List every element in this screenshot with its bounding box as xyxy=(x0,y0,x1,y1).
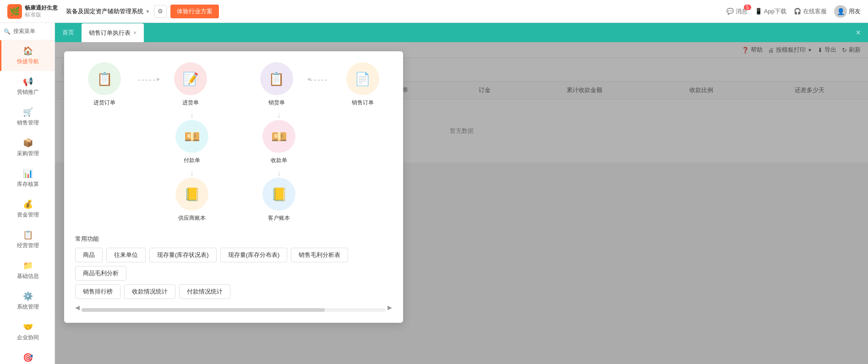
topbar-right: 💬 消息 5 📱 App下载 🎧 在线客服 👤 用友 xyxy=(726,5,861,18)
operations-icon: 📋 xyxy=(23,230,33,240)
page-content: ❓ 帮助 🖨 按模板打印 ▼ ⬇ 导出 ↻ 刷新 xyxy=(55,42,868,364)
flow-diagram: 📋 进货订单 xyxy=(75,62,392,226)
supplier-ledger-icon: 📒 xyxy=(175,178,208,211)
flow-row-arrows: ↓ ↓ xyxy=(75,110,392,120)
down-arrow-sales: ↓ xyxy=(277,110,281,120)
messages-button[interactable]: 💬 消息 5 xyxy=(726,7,748,16)
marketing-icon: 📢 xyxy=(23,76,33,87)
purchase-order-icon: 📋 xyxy=(88,62,121,95)
download-icon: 📱 xyxy=(755,8,762,15)
flow-item-receipt[interactable]: 💴 收款单 xyxy=(249,120,309,164)
message-badge: 5 xyxy=(744,5,751,10)
topbar-left: 🌿 畅康通好生意 标准版 装备及固定资产辅助管理系统 ▼ ⚙ 体验行业方案 xyxy=(7,4,219,19)
window-close-button[interactable]: × xyxy=(854,26,863,39)
topbar: 🌿 畅康通好生意 标准版 装备及固定资产辅助管理系统 ▼ ⚙ 体验行业方案 💬 … xyxy=(0,0,868,23)
sidebar-item-marketing[interactable]: 📢 营销推广 xyxy=(0,71,55,102)
enterprise-icon: 🤝 xyxy=(23,322,33,332)
flow-row-3: 📒 供应商账本 📒 客户账本 xyxy=(75,178,392,222)
flow-item-supplier-ledger[interactable]: 📒 供应商账本 xyxy=(162,178,222,222)
sales-bill-icon: 📋 xyxy=(260,62,293,95)
sidebar-item-finance[interactable]: 💰 资金管理 xyxy=(0,194,55,224)
modal-overlay: 📋 进货订单 xyxy=(55,42,868,364)
purchase-bill-icon: 📝 xyxy=(174,62,207,95)
func-btn-sales-rank[interactable]: 销售排行榜 xyxy=(75,284,120,299)
down-arrow-payment: ↓ xyxy=(190,168,194,178)
func-btn-product-profit[interactable]: 商品毛利分析 xyxy=(75,266,126,281)
sidebar: 🔍 搜索菜单 🏠 快捷导航 📢 营销推广 🛒 销售管理 📦 采购管理 📊 xyxy=(0,23,55,364)
sales-icon: 🛒 xyxy=(23,107,33,117)
sales-order-icon: 📄 xyxy=(346,62,379,95)
search-menu[interactable]: 🔍 搜索菜单 xyxy=(0,23,55,40)
flow-row-arrows2: ↓ ↓ xyxy=(75,168,392,178)
tab-close-icon[interactable]: × xyxy=(133,30,136,36)
system-title[interactable]: 装备及固定资产辅助管理系统 ▼ xyxy=(66,7,150,16)
tab-sales-order[interactable]: 销售订单执行表 × xyxy=(82,23,144,43)
flow-item-purchase-order[interactable]: 📋 进货订单 xyxy=(75,62,134,107)
arrow-sales-order-to-bill xyxy=(306,80,333,90)
sidebar-item-base[interactable]: 📁 基础信息 xyxy=(0,255,55,286)
modal-box: 📋 进货订单 xyxy=(64,51,403,323)
tab-home[interactable]: 首页 xyxy=(55,23,82,42)
common-title: 常用功能 xyxy=(75,235,392,243)
flow-item-sales-bill[interactable]: 📋 销货单 xyxy=(247,62,306,107)
sidebar-item-sales[interactable]: 🛒 销售管理 xyxy=(0,102,55,132)
tab-bar: 首页 销售订单执行表 × × xyxy=(55,23,868,42)
logo-icon: 🌿 xyxy=(7,4,22,19)
search-icon: 🔍 xyxy=(4,28,11,35)
func-btn-stock-status[interactable]: 现存量(库存状况表) xyxy=(149,248,217,262)
logo-area: 🌿 畅康通好生意 标准版 xyxy=(7,4,62,19)
payment-icon: 💴 xyxy=(175,120,208,153)
sidebar-item-system[interactable]: ⚙️ 系统管理 xyxy=(0,286,55,316)
service-icon: 🎧 xyxy=(794,8,801,15)
flow-item-customer-ledger[interactable]: 📒 客户账本 xyxy=(249,178,309,222)
arrow-purchase-order-to-bill xyxy=(134,80,161,90)
sidebar-item-operations[interactable]: 📋 经营管理 xyxy=(0,224,55,255)
scroll-left-icon[interactable]: ◀ xyxy=(75,304,80,311)
common-functions: 常用功能 商品 往来单位 现存量(库存状况表) 现存量(库存分布表) 销售毛利分… xyxy=(75,235,392,299)
func-btn-party[interactable]: 往来单位 xyxy=(106,248,146,262)
flow-row-1: 📋 进货订单 xyxy=(75,62,392,107)
flow-item-payment[interactable]: 💴 付款单 xyxy=(162,120,222,164)
func-btn-payment-stats[interactable]: 付款情况统计 xyxy=(179,284,230,299)
func-btn-receipt-stats[interactable]: 收款情况统计 xyxy=(124,284,175,299)
scrollbar-thumb xyxy=(82,308,325,312)
main-area: 🔍 搜索菜单 🏠 快捷导航 📢 营销推广 🛒 销售管理 📦 采购管理 📊 xyxy=(0,23,868,364)
inventory-icon: 📊 xyxy=(23,168,33,179)
message-icon: 💬 xyxy=(726,8,734,15)
purchase-icon: 📦 xyxy=(23,138,33,148)
flow-item-purchase-bill[interactable]: 📝 进货单 xyxy=(161,62,220,107)
func-btn-stock-dist[interactable]: 现存量(库存分布表) xyxy=(220,248,288,262)
chevron-down-icon: ▼ xyxy=(145,9,150,14)
app-download-button[interactable]: 📱 App下载 xyxy=(755,7,786,16)
home-icon: 🏠 xyxy=(23,46,33,56)
sidebar-item-enterprise[interactable]: 🤝 企业协同 xyxy=(0,316,55,347)
tab-bar-right: × xyxy=(854,28,868,38)
down-arrow-purchase: ↓ xyxy=(190,110,194,120)
func-buttons-row1: 商品 往来单位 现存量(库存状况表) 现存量(库存分布表) 销售毛利分析表 商品… xyxy=(75,248,392,281)
user-menu[interactable]: 👤 用友 xyxy=(834,5,861,18)
avatar: 👤 xyxy=(834,5,847,18)
content-area: 首页 销售订单执行表 × × ❓ 帮助 xyxy=(55,23,868,364)
horizontal-scrollbar[interactable] xyxy=(82,308,386,312)
logo-text: 畅康通好生意 标准版 xyxy=(25,5,58,18)
flow-item-sales-order[interactable]: 📄 销售订单 xyxy=(333,62,392,107)
scroll-right-icon[interactable]: ▶ xyxy=(388,304,392,311)
sidebar-item-quick[interactable]: 🏠 快捷导航 xyxy=(0,40,55,71)
base-icon: 📁 xyxy=(23,261,33,271)
online-service-button[interactable]: 🎧 在线客服 xyxy=(794,7,827,16)
func-btn-sales-profit[interactable]: 销售毛利分析表 xyxy=(291,248,348,262)
finance-icon: 💰 xyxy=(23,199,33,209)
receipt-icon: 💴 xyxy=(262,120,295,153)
scrollbar-area: ◀ ▶ xyxy=(75,303,392,312)
func-btn-product[interactable]: 商品 xyxy=(75,248,103,262)
flow-row-2: 💴 付款单 💴 收款单 xyxy=(75,120,392,164)
newbie-icon: 🎯 xyxy=(23,353,33,363)
func-buttons-row2: 销售排行榜 收款情况统计 付款情况统计 xyxy=(75,284,392,299)
system-icon: ⚙️ xyxy=(23,291,33,301)
gear-button[interactable]: ⚙ xyxy=(154,5,167,18)
trial-button[interactable]: 体验行业方案 xyxy=(170,5,219,18)
sidebar-item-inventory[interactable]: 📊 库存核算 xyxy=(0,163,55,194)
down-arrow-receipt: ↓ xyxy=(277,168,281,178)
sidebar-item-purchase[interactable]: 📦 采购管理 xyxy=(0,132,55,163)
sidebar-item-newbie[interactable]: 🎯 新手引导 xyxy=(0,347,55,364)
